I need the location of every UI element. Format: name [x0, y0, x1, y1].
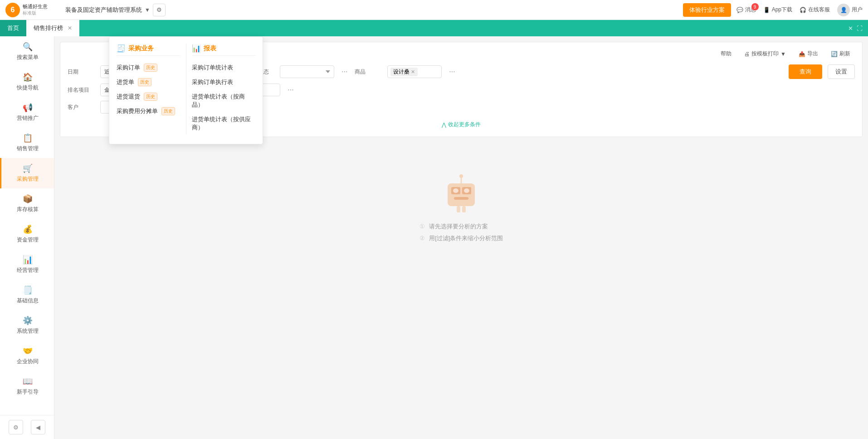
logo-icon: 6 — [5, 3, 20, 17]
salesperson-more-dots[interactable]: ··· — [286, 86, 295, 94]
voucher-status-select[interactable] — [280, 65, 334, 78]
tab-home-label: 首页 — [7, 24, 19, 32]
dropdown-item-purchase-order[interactable]: 采购订单 历史 — [117, 60, 180, 75]
brand-name: 畅通好生意 — [23, 3, 48, 10]
empty-hint-2: ② 用[过滤]条件来缩小分析范围 — [419, 232, 503, 244]
svg-point-9 — [459, 174, 463, 178]
home-icon: 🏠 — [23, 72, 33, 82]
app-download-btn[interactable]: 📱 App下载 — [763, 6, 792, 14]
sidebar-label-purchase: 采购管理 — [17, 175, 39, 183]
sidebar-item-enterprise[interactable]: 🤝 企业协同 — [0, 340, 54, 371]
svg-point-6 — [453, 188, 458, 193]
print-dropdown-icon: ▼ — [780, 51, 786, 57]
print-btn[interactable]: 🖨 按模板打印 ▼ — [740, 48, 790, 60]
sidebar-label-finance: 资金管理 — [17, 236, 39, 244]
report-col-icon: 📊 — [192, 44, 201, 53]
sidebar-label-search: 搜索菜单 — [17, 54, 39, 61]
enterprise-icon: 🤝 — [23, 346, 33, 356]
sidebar-label-sales: 销售管理 — [17, 145, 39, 153]
sidebar-collapse-btn[interactable]: ◀ — [31, 420, 45, 434]
system-dropdown-btn[interactable]: ▼ — [145, 7, 150, 13]
svg-rect-3 — [454, 197, 468, 200]
sidebar-item-quick-nav[interactable]: 🏠 快捷导航 — [0, 67, 54, 97]
sidebar-item-finance[interactable]: 💰 资金管理 — [0, 219, 54, 249]
sidebar-label-basic-info: 基础信息 — [17, 297, 39, 305]
history-tag-1: 历史 — [138, 78, 151, 86]
status-more-dots[interactable]: ··· — [340, 68, 349, 76]
online-service-btn[interactable]: 🎧 在线客服 — [800, 6, 830, 14]
dropdown-item-return[interactable]: 进货退货 历史 — [117, 89, 180, 104]
layout: 🔍 搜索菜单 🏠 快捷导航 📢 营销推广 📋 销售管理 🛒 采购管理 📦 库存核… — [0, 36, 868, 439]
date-label: 日期 — [68, 68, 95, 76]
tabbar: 首页 销售排行榜 ✕ ✕ ⛶ — [0, 20, 868, 36]
customer-label: 客户 — [68, 104, 95, 111]
messages-badge: 9 — [751, 3, 759, 10]
svg-rect-0 — [448, 183, 475, 206]
dropdown-item-report-2[interactable]: 采购订单执行表 — [192, 75, 256, 89]
purchase-col-icon: 🧾 — [117, 44, 126, 53]
export-icon: 📤 — [799, 51, 805, 57]
dropdown-item-expense[interactable]: 采购费用分摊单 历史 — [117, 104, 180, 118]
dropdown-divider — [186, 44, 186, 135]
svg-rect-5 — [462, 206, 466, 212]
system-title-area: 装备及固定资产辅助管理系统 ▼ ⚙ — [65, 4, 678, 16]
sidebar-item-system[interactable]: ⚙️ 系统管理 — [0, 310, 54, 340]
filter-settings-btn[interactable]: 设置 — [828, 64, 855, 79]
tab-close-icon[interactable]: ✕ — [68, 25, 72, 31]
dropdown-item-report-3[interactable]: 进货单统计表（按商品） — [192, 89, 256, 112]
goods-more-dots[interactable]: ··· — [447, 68, 457, 76]
history-tag-0: 历史 — [144, 64, 157, 72]
refresh-btn[interactable]: 🔄 刷新 — [826, 48, 855, 60]
help-btn[interactable]: 帮助 — [716, 48, 736, 60]
sidebar-item-inventory[interactable]: 📦 库存核算 — [0, 188, 54, 219]
sidebar-item-purchase[interactable]: 🛒 采购管理 — [0, 158, 54, 188]
industry-btn[interactable]: 体验行业方案 — [683, 3, 731, 17]
dropdown-item-report-4[interactable]: 进货单统计表（按供应商） — [192, 112, 256, 135]
user-area[interactable]: 👤 用户 — [837, 4, 863, 16]
goods-tag-close[interactable]: ✕ — [411, 69, 415, 75]
search-icon: 🔍 — [23, 42, 33, 52]
tab-home[interactable]: 首页 — [0, 20, 26, 36]
query-btn[interactable]: 查询 — [789, 64, 822, 79]
ranking-label: 排名项目 — [68, 86, 95, 94]
tab-close-all-icon[interactable]: ✕ — [848, 25, 853, 32]
sidebar-item-guide[interactable]: 📖 新手引导 — [0, 371, 54, 401]
sidebar-item-search[interactable]: 🔍 搜索菜单 — [0, 36, 54, 67]
sidebar-label-guide: 新手引导 — [17, 388, 39, 396]
headset-icon: 🎧 — [800, 7, 806, 13]
empty-hint-1: ① 请先选择要分析的方案 — [419, 221, 503, 232]
finance-icon: 💰 — [23, 224, 33, 234]
sidebar-footer: ⚙ ◀ — [0, 415, 54, 439]
main-content: 🧾 采购业务 采购订单 历史 进货单 历史 进货退货 历史 — [54, 36, 868, 439]
phone-icon: 📱 — [763, 7, 770, 13]
tab-expand-icon[interactable]: ⛶ — [857, 25, 863, 32]
svg-point-7 — [464, 188, 469, 193]
tab-sales-rank[interactable]: 销售排行榜 ✕ — [26, 20, 79, 36]
logo-text-block: 畅通好生意 标准版 — [23, 3, 48, 16]
sidebar-label-system: 系统管理 — [17, 327, 39, 335]
empty-hint: ① 请先选择要分析的方案 ② 用[过滤]条件来缩小分析范围 — [419, 221, 503, 244]
sidebar-settings-btn[interactable]: ⚙ — [9, 420, 23, 434]
report-col: 📊 报表 采购订单统计表 采购订单执行表 进货单统计表（按商品） 进货单统计表（… — [192, 44, 256, 135]
user-avatar: 👤 — [837, 4, 850, 16]
sidebar: 🔍 搜索菜单 🏠 快捷导航 📢 营销推广 📋 销售管理 🛒 采购管理 📦 库存核… — [0, 36, 54, 439]
guide-icon: 📖 — [23, 376, 33, 386]
dropdown-item-report-1[interactable]: 采购订单统计表 — [192, 60, 256, 75]
sidebar-item-operations[interactable]: 📊 经营管理 — [0, 249, 54, 280]
dropdown-item-incoming[interactable]: 进货单 历史 — [117, 75, 180, 89]
sidebar-label-operations: 经营管理 — [17, 266, 39, 274]
sales-icon: 📋 — [23, 133, 33, 143]
message-icon: 💬 — [736, 7, 743, 13]
history-tag-2: 历史 — [144, 93, 157, 101]
goods-tag-input[interactable]: 设计桑 ✕ — [387, 65, 442, 78]
sidebar-item-marketing[interactable]: 📢 营销推广 — [0, 97, 54, 128]
goods-label: 商品 — [355, 68, 382, 76]
settings-icon[interactable]: ⚙ — [153, 4, 166, 16]
sidebar-label-marketing: 营销推广 — [17, 114, 39, 122]
sidebar-item-basic-info[interactable]: 🗒️ 基础信息 — [0, 280, 54, 310]
sidebar-item-sales[interactable]: 📋 销售管理 — [0, 128, 54, 158]
export-btn[interactable]: 📤 导出 — [794, 48, 823, 60]
sidebar-label-quick-nav: 快捷导航 — [17, 84, 39, 92]
messages-btn[interactable]: 💬 消息 9 — [736, 6, 756, 14]
purchase-dropdown-menu: 🧾 采购业务 采购订单 历史 进货单 历史 进货退货 历史 — [109, 36, 263, 144]
